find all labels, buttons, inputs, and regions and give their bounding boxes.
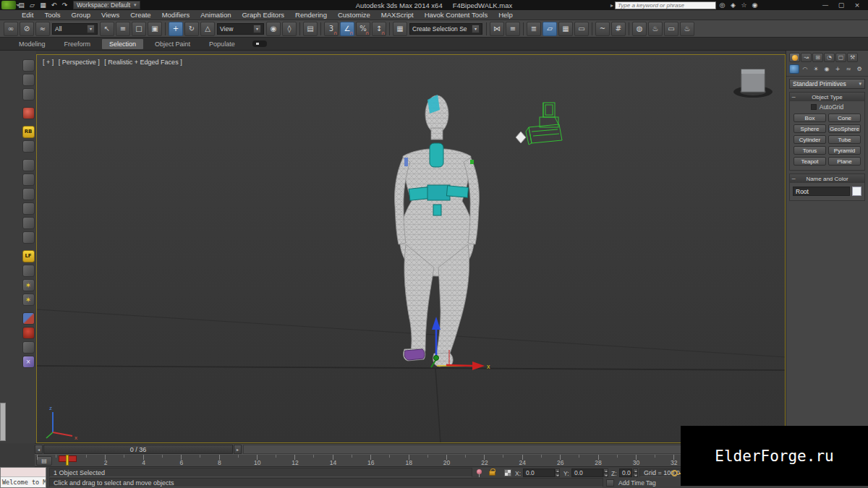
- select-and-scale-icon[interactable]: △: [200, 22, 215, 36]
- manage-layers-icon[interactable]: ≣: [527, 22, 541, 36]
- ribbon-minimize-toggle[interactable]: [252, 40, 267, 47]
- search-input[interactable]: [615, 1, 716, 9]
- green-wireframe-object[interactable]: [526, 103, 562, 145]
- listener-macro-row[interactable]: [1, 468, 46, 477]
- mini-listener-scrollbar[interactable]: [0, 403, 6, 441]
- circle-tool-icon[interactable]: [22, 217, 35, 229]
- favorites-icon[interactable]: ☆: [739, 1, 749, 9]
- align-icon[interactable]: ≡: [506, 22, 520, 36]
- current-frame-cursor[interactable]: [66, 455, 69, 466]
- add-time-tag-button[interactable]: Add Time Tag: [618, 479, 656, 487]
- primitive-category-dropdown[interactable]: Standard Primitives ▾: [789, 79, 865, 89]
- tube-button[interactable]: Tube: [828, 135, 861, 144]
- render-production-icon[interactable]: ♨: [680, 22, 694, 36]
- isolate-selection-icon[interactable]: [477, 469, 482, 474]
- mirror-icon[interactable]: ⋈: [490, 22, 504, 36]
- tab-display-icon[interactable]: ▢: [835, 53, 846, 62]
- time-slider-handle[interactable]: 0 / 36: [43, 445, 233, 454]
- menu-create[interactable]: Create: [130, 11, 151, 19]
- menu-rendering[interactable]: Rendering: [295, 11, 327, 19]
- autogrid-checkbox[interactable]: [811, 104, 817, 110]
- plane-button[interactable]: Plane: [828, 157, 861, 166]
- z-spinner[interactable]: [633, 468, 638, 477]
- edit-named-selection-icon[interactable]: ▦: [393, 22, 407, 36]
- bone-tool-icon[interactable]: [22, 159, 35, 171]
- torus-button[interactable]: Torus: [793, 146, 826, 155]
- purple-x-icon[interactable]: ×: [22, 356, 35, 368]
- menu-havok[interactable]: Havok Content Tools: [425, 11, 488, 19]
- spinner-snap-icon[interactable]: ↕∩: [372, 22, 386, 36]
- use-pivot-center-icon[interactable]: ◉: [266, 22, 281, 36]
- cone-button[interactable]: Cone: [828, 114, 861, 122]
- maximize-button[interactable]: ▢: [833, 1, 849, 9]
- lf-badge-icon[interactable]: LF: [22, 250, 35, 262]
- menu-animation[interactable]: Animation: [200, 11, 231, 19]
- pyramid-button[interactable]: Pyramid: [828, 146, 861, 155]
- category-helpers-icon[interactable]: +: [833, 64, 843, 74]
- material-editor-icon[interactable]: ◍: [632, 22, 647, 36]
- viewport-shading-menu[interactable]: [ Realistic + Edged Faces ]: [104, 59, 182, 66]
- biped-footstep-icon[interactable]: [22, 59, 35, 72]
- search-icon[interactable]: ◎: [718, 1, 727, 9]
- biped-figure-icon[interactable]: [22, 74, 35, 86]
- category-shapes-icon[interactable]: ◠: [800, 64, 810, 74]
- tab-motion-icon[interactable]: ◔: [824, 53, 835, 62]
- save-file-icon[interactable]: ▦: [38, 1, 48, 9]
- sign-in-icon[interactable]: ◈: [728, 1, 738, 9]
- workspace-dropdown[interactable]: Workspace: Default ▾: [73, 1, 140, 9]
- box-button[interactable]: Box: [793, 114, 826, 122]
- star-burst-2-icon[interactable]: ✶: [22, 294, 35, 306]
- tab-hierarchy-icon[interactable]: ⊞: [812, 53, 823, 62]
- diamond-helper[interactable]: [516, 132, 526, 143]
- menu-views[interactable]: Views: [101, 11, 119, 19]
- comm-center-icon[interactable]: ◉: [750, 1, 760, 9]
- tab-populate[interactable]: Populate: [202, 39, 242, 49]
- rb-badge-icon[interactable]: RB: [22, 126, 35, 138]
- object-type-header[interactable]: − Object Type: [790, 93, 864, 101]
- container-explorer-icon[interactable]: ▭: [574, 22, 589, 36]
- render-setup-icon[interactable]: ♨: [648, 22, 663, 36]
- teapot-button[interactable]: Teapot: [793, 157, 826, 166]
- menu-customize[interactable]: Customize: [338, 11, 370, 19]
- reference-coordinate-dropdown[interactable]: View ▾: [217, 23, 264, 35]
- select-and-move-icon[interactable]: +: [169, 22, 183, 36]
- object-name-field[interactable]: Root: [793, 187, 850, 196]
- redo-icon[interactable]: ↷: [60, 1, 69, 9]
- undo-icon[interactable]: ↶: [49, 1, 59, 9]
- select-and-link-icon[interactable]: ∞: [4, 22, 18, 36]
- object-color-swatch[interactable]: [852, 187, 861, 196]
- open-file-icon[interactable]: ▱: [27, 1, 37, 9]
- menu-group[interactable]: Group: [72, 11, 90, 19]
- tab-object-paint[interactable]: Object Paint: [148, 39, 197, 49]
- biped-copy-icon[interactable]: [22, 88, 35, 100]
- selection-lock-icon[interactable]: [489, 471, 495, 476]
- biped-mode-icon[interactable]: [22, 107, 35, 119]
- viewport-plus-menu[interactable]: [ + ]: [43, 59, 54, 66]
- keyboard-override-icon[interactable]: ▤: [303, 22, 318, 36]
- category-lights-icon[interactable]: ☀: [811, 64, 821, 74]
- menu-edit[interactable]: Edit: [22, 11, 33, 19]
- rb-gray-icon[interactable]: [22, 140, 35, 153]
- red-material-icon[interactable]: [22, 327, 35, 339]
- y-coordinate-field[interactable]: 0.0: [571, 468, 603, 477]
- bind-to-spacewarp-icon[interactable]: ≈: [35, 22, 50, 36]
- menu-modifiers[interactable]: Modifiers: [162, 11, 190, 19]
- maxscript-mini-listener[interactable]: Welcome to M: [0, 467, 46, 488]
- cylinder-button[interactable]: Cylinder: [793, 135, 826, 144]
- star-burst-icon[interactable]: ✶: [22, 279, 35, 291]
- selection-filter-dropdown[interactable]: All ▾: [52, 23, 98, 35]
- next-frame-button[interactable]: ▸: [234, 445, 242, 454]
- previous-frame-button[interactable]: ◂: [35, 445, 43, 454]
- speaker-tool-icon[interactable]: [22, 188, 35, 200]
- listener-output-row[interactable]: Welcome to M: [1, 477, 46, 487]
- z-coordinate-field[interactable]: 0.0: [619, 468, 632, 477]
- cloud-tool-icon[interactable]: [22, 231, 35, 244]
- window-crossing-icon[interactable]: ▣: [148, 22, 162, 36]
- rendered-frame-icon[interactable]: ▭: [664, 22, 678, 36]
- snaps-toggle-icon[interactable]: 3∩: [324, 22, 339, 36]
- angle-snap-icon[interactable]: ∠∩: [340, 22, 354, 36]
- y-spinner[interactable]: [603, 468, 608, 477]
- x-coordinate-field[interactable]: 0.0: [523, 468, 555, 477]
- menu-graph-editors[interactable]: Graph Editors: [242, 11, 284, 19]
- track-bar[interactable]: ▤ 24 68 1012 1416 1820 2224 2628 3032: [35, 454, 786, 467]
